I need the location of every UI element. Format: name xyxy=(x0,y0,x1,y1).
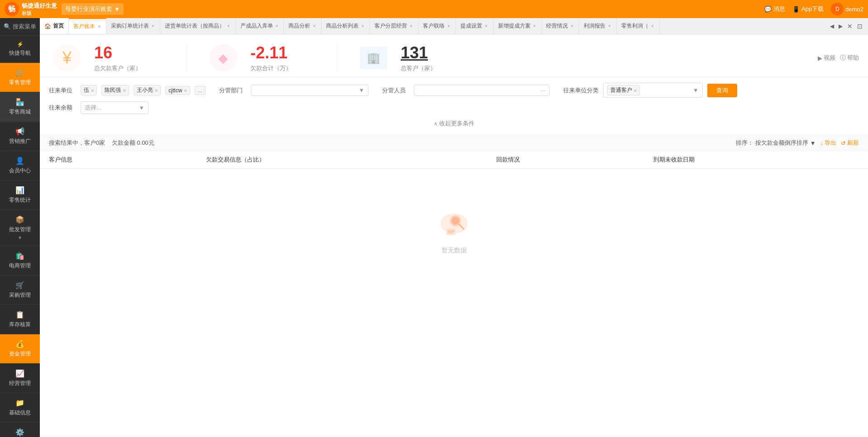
tab-close-goods-analysis-list[interactable]: × xyxy=(360,24,365,28)
video-link[interactable]: ▶ 视频 xyxy=(818,54,835,62)
help-links: ▶ 视频 ⓘ 帮助 xyxy=(818,54,859,62)
sidebar-item-retail-stat[interactable]: 📊 零售统计 xyxy=(0,180,40,210)
user-menu[interactable]: D demo2 xyxy=(831,3,863,15)
quick-nav-label: 快捷导航 xyxy=(9,49,31,57)
dept-select[interactable]: ▼ xyxy=(251,85,369,96)
tab-promotion-settings[interactable]: 提成设置 × xyxy=(456,18,494,34)
logo-icon: 畅 xyxy=(5,2,19,16)
tab-operation-status[interactable]: 经营情况 × xyxy=(542,18,579,34)
sidebar-item-basic-info[interactable]: 📁 基础信息 xyxy=(0,393,40,423)
tab-prev-arrow[interactable]: ◀ xyxy=(828,22,836,30)
sidebar-item-system[interactable]: ⚙️ 系统管理 xyxy=(0,423,40,437)
tab-customer-contact[interactable]: 客户联络 × xyxy=(418,18,456,34)
tab-goods-analysis-list[interactable]: 商品分析列表 × xyxy=(321,18,370,34)
company-selector[interactable]: 母婴行业演示账套 ▼ xyxy=(62,3,124,15)
tab-close-promotion-settings[interactable]: × xyxy=(484,24,489,28)
operation-icon: 📈 xyxy=(15,369,24,378)
tab-close-operation-status[interactable]: × xyxy=(570,24,574,28)
tab-expand[interactable]: ⊡ xyxy=(855,22,864,31)
filter-tag-wang: 王小亮 × xyxy=(134,85,161,95)
avatar: D xyxy=(831,3,844,15)
tab-close-retail-profit[interactable]: × xyxy=(650,24,655,28)
tab-close-customer-book[interactable]: × xyxy=(97,24,101,29)
sidebar-item-operation[interactable]: 📈 经营管理 xyxy=(0,364,40,393)
tab-profit-report[interactable]: 利润报告 × xyxy=(579,18,617,34)
person-select[interactable]: ··· xyxy=(414,85,550,96)
logo-text: 畅捷通好生意 标版 xyxy=(22,2,57,17)
sidebar: 🔍 搜索菜单 ⚡ 快捷导航 🛒 零售管理 🏪 零售商城 📢 营销推广 👤 xyxy=(0,18,40,437)
sidebar-quick-nav[interactable]: ⚡ 快捷导航 xyxy=(0,36,40,63)
building-icon: 🏢 xyxy=(360,47,387,69)
top-bar-right: 💬 消息 📱 App下载 D demo2 xyxy=(764,3,863,15)
message-icon: 💬 xyxy=(764,6,772,13)
help-link[interactable]: ⓘ 帮助 xyxy=(840,54,859,62)
chevron-down-icon: ▼ xyxy=(139,104,144,111)
svg-rect-4 xyxy=(446,229,456,235)
sidebar-item-member-center[interactable]: 👤 会员中心 xyxy=(0,151,40,180)
tab-close-goods-analysis[interactable]: × xyxy=(312,24,317,28)
classify-select[interactable]: 普通客户 × ▼ xyxy=(603,83,703,98)
stat-block-2: ◆ -2.11 欠款合计（万） xyxy=(205,43,319,72)
tab-close-customer-contact[interactable]: × xyxy=(446,24,451,28)
table-header-row: 客户信息 欠款交易信息（占比） 回款情况 到期未收款日期 xyxy=(40,151,868,169)
tag-close-normal[interactable]: × xyxy=(634,88,637,93)
sidebar-item-retail-mgmt[interactable]: 🛒 零售管理 xyxy=(0,63,40,92)
query-button[interactable]: 查询 xyxy=(707,84,737,97)
tab-customer-book[interactable]: 客户账本 × xyxy=(69,18,106,34)
message-button[interactable]: 💬 消息 xyxy=(764,5,785,13)
tag-close-wang[interactable]: × xyxy=(155,88,158,93)
tab-goods-analysis[interactable]: 商品分析 × xyxy=(284,18,321,34)
sidebar-item-purchase[interactable]: 🛒 采购管理 xyxy=(0,276,40,305)
sidebar-item-inventory[interactable]: 📋 库存核算 xyxy=(0,305,40,334)
tab-close-profit-report[interactable]: × xyxy=(607,24,612,28)
tab-close-customer-segment[interactable]: × xyxy=(409,24,413,28)
classify-tag-normal: 普通客户 × xyxy=(607,85,640,95)
member-icon: 👤 xyxy=(15,157,24,165)
yuan-icon: ¥ xyxy=(53,44,81,71)
mall-icon: 🏪 xyxy=(15,98,24,106)
tab-stock-stat[interactable]: 进货单统计表（按商品） × xyxy=(160,18,236,34)
sidebar-item-retail-mall[interactable]: 🏪 零售商城 xyxy=(0,92,40,122)
tab-new-promotion[interactable]: 新增提成方案 × xyxy=(494,18,542,34)
tag-close-chen[interactable]: × xyxy=(123,88,125,93)
stat3-label: 总客户（家） xyxy=(401,64,436,72)
refresh-button[interactable]: ↺ 刷新 xyxy=(841,139,859,147)
tab-home[interactable]: 🏠 首页 xyxy=(40,18,69,34)
tab-close-cost-stock[interactable]: × xyxy=(275,24,279,28)
refresh-icon: ↺ xyxy=(841,140,846,147)
tab-purchase-order[interactable]: 采购订单统计表 × xyxy=(106,18,160,34)
sort-label: 排序： xyxy=(736,139,753,147)
download-icon: 📱 xyxy=(792,6,800,13)
tab-close-stock-stat[interactable]: × xyxy=(226,24,231,28)
tab-retail-profit[interactable]: 零售利润（ × xyxy=(617,18,660,34)
sidebar-search[interactable]: 🔍 搜索菜单 xyxy=(0,18,40,36)
tab-close-new-promotion[interactable]: × xyxy=(532,24,537,28)
collapse-button[interactable]: ∧ 收起更多条件 xyxy=(49,118,859,129)
sidebar-item-finance[interactable]: 💰 资金管理 xyxy=(0,334,40,364)
tag-close-wu[interactable]: × xyxy=(91,88,94,93)
filter-tag-more[interactable]: ... xyxy=(195,86,206,95)
sort-selector[interactable]: 排序： 按欠款金额倒序排序 ▼ xyxy=(736,139,816,147)
home-icon: 🏠 xyxy=(44,23,51,29)
balance-select[interactable]: 选择... ▼ xyxy=(81,101,149,114)
tab-next-arrow[interactable]: ▶ xyxy=(837,22,844,30)
sidebar-item-label: 零售统计 xyxy=(9,196,31,204)
sidebar-item-wholesale[interactable]: 📦 批发管理 ▼ xyxy=(0,210,40,246)
export-button[interactable]: ↓ 导出 xyxy=(820,139,837,147)
app-download-button[interactable]: 📱 App下载 xyxy=(792,5,824,13)
sidebar-item-ecommerce[interactable]: 🛍️ 电商管理 xyxy=(0,246,40,276)
sidebar-item-label: 资金管理 xyxy=(9,350,31,358)
search-icon: 🔍 xyxy=(4,23,11,30)
tab-close-all[interactable]: ✕ xyxy=(845,22,854,31)
stat3-value: 131 xyxy=(401,43,428,62)
tag-close-cjttcw[interactable]: × xyxy=(184,88,187,93)
tab-customer-segment[interactable]: 客户分层经营 × xyxy=(370,18,418,34)
sidebar-item-label: 会员中心 xyxy=(9,167,31,175)
tab-close-purchase-order[interactable]: × xyxy=(151,24,155,28)
system-icon: ⚙️ xyxy=(15,428,24,437)
export-icon: ↓ xyxy=(820,140,824,147)
sidebar-item-marketing[interactable]: 📢 营销推广 xyxy=(0,122,40,151)
unit-label: 往来单位 xyxy=(49,86,76,95)
tab-cost-stock[interactable]: 产成品入库单 × xyxy=(236,18,284,34)
stat-divider-1 xyxy=(187,44,187,71)
